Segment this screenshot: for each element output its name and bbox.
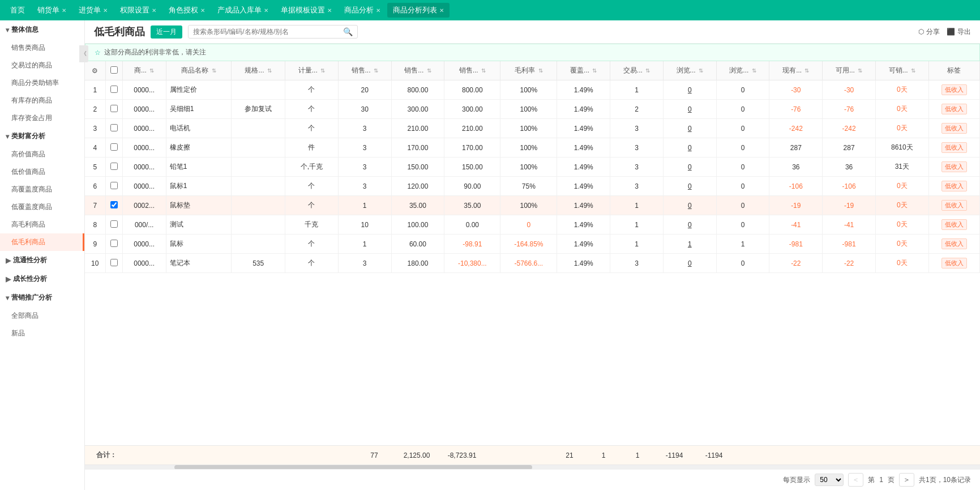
data-table-wrapper[interactable]: ⚙ 商... ⇅ 商品名称 ⇅ 规格... ⇅ 计量... ⇅ 销售... ⇅ … (85, 61, 980, 445)
cell-checkbox[interactable] (105, 80, 122, 100)
nav-permissions-close[interactable]: ✕ (152, 7, 156, 14)
cell-checkbox[interactable] (105, 196, 122, 215)
search-icon[interactable]: 🔍 (343, 27, 353, 36)
cell-browse1[interactable]: 0 (663, 138, 716, 157)
sidebar-group-marketing[interactable]: ▾ 营销推广分析 (0, 288, 84, 307)
nav-product-storage-close[interactable]: ✕ (264, 7, 268, 14)
col-code[interactable]: 商... ⇅ (122, 61, 166, 80)
nav-role-auth-close[interactable]: ✕ (200, 7, 205, 14)
nav-product-analysis-close[interactable]: ✕ (376, 7, 380, 14)
nav-sales-order-close[interactable]: ✕ (62, 7, 66, 14)
col-sales-price[interactable]: 销售... ⇅ (391, 61, 444, 80)
col-saleable[interactable]: 可销... ⇅ (875, 61, 928, 80)
sidebar-item-high-margin[interactable]: 高毛利商品 (0, 216, 84, 233)
cell-browse1[interactable]: 0 (663, 157, 716, 177)
filter-button[interactable]: 近一月 (151, 25, 182, 39)
nav-product-storage[interactable]: 产成品入库单 ✕ (212, 3, 274, 18)
cell-available: -242 (823, 119, 876, 138)
sidebar-item-high-value[interactable]: 高价值商品 (0, 146, 84, 163)
cell-checkbox[interactable] (105, 138, 122, 157)
row-checkbox[interactable] (110, 163, 118, 170)
col-sales-qty[interactable]: 销售... ⇅ (338, 61, 391, 80)
nav-template-settings[interactable]: 单据模板设置 ✕ (275, 3, 337, 18)
nav-template-settings-close[interactable]: ✕ (327, 7, 332, 14)
nav-product-analysis-list-close[interactable]: ✕ (439, 7, 444, 14)
sidebar-item-sales-goods[interactable]: 销售类商品 (0, 39, 84, 57)
cell-browse1[interactable]: 1 (663, 235, 716, 254)
nav-purchase-order-close[interactable]: ✕ (103, 7, 108, 14)
row-checkbox[interactable] (110, 124, 118, 131)
row-checkbox[interactable] (110, 86, 118, 93)
page-size-select[interactable]: 50 100 200 (815, 474, 844, 486)
cell-browse1[interactable]: 0 (663, 177, 716, 196)
sidebar-item-low-margin[interactable]: 低毛利商品 (0, 233, 84, 251)
nav-product-analysis-list[interactable]: 商品分析列表 ✕ (387, 3, 450, 18)
cell-checkbox[interactable] (105, 119, 122, 138)
col-setting[interactable]: ⚙ (85, 61, 105, 80)
col-name[interactable]: 商品名称 ⇅ (166, 61, 232, 80)
col-unit[interactable]: 计量... ⇅ (285, 61, 339, 80)
cell-browse1[interactable]: 0 (663, 215, 716, 235)
col-browse1[interactable]: 浏览... ⇅ (663, 61, 716, 80)
sidebar-group-overall[interactable]: ▾ 整体信息 (0, 20, 84, 39)
nav-product-analysis[interactable]: 商品分析 ✕ (339, 3, 386, 18)
share-button[interactable]: ⬡ 分享 (918, 27, 940, 37)
col-available[interactable]: 可用... ⇅ (823, 61, 876, 80)
cell-checkbox[interactable] (105, 177, 122, 196)
row-checkbox[interactable] (110, 105, 118, 112)
nav-role-auth[interactable]: 角色授权 ✕ (163, 3, 211, 18)
cell-browse1[interactable]: 0 (663, 80, 716, 100)
cell-browse1[interactable]: 0 (663, 119, 716, 138)
cell-tag: 低收入 (928, 119, 979, 138)
next-page-button[interactable]: ＞ (899, 473, 914, 487)
search-input[interactable] (193, 28, 343, 36)
row-checkbox[interactable] (110, 182, 118, 189)
cell-checkbox[interactable] (105, 254, 122, 273)
col-coverage[interactable]: 覆盖... ⇅ (557, 61, 610, 80)
cell-checkbox[interactable] (105, 157, 122, 177)
col-current-stock[interactable]: 现有... ⇅ (769, 61, 823, 80)
cell-checkbox[interactable] (105, 100, 122, 119)
prev-page-button[interactable]: ＜ (848, 473, 863, 487)
sidebar-group-growth[interactable]: ▶ 成长性分析 (0, 270, 84, 288)
nav-home[interactable]: 首页 (5, 3, 31, 18)
cell-browse1[interactable]: 0 (663, 100, 716, 119)
sidebar-item-low-value[interactable]: 低价值商品 (0, 163, 84, 181)
total-info: 共1页，10条记录 (919, 475, 971, 485)
export-button[interactable]: ⬛ 导出 (947, 27, 971, 37)
sidebar-item-new-goods[interactable]: 新品 (0, 325, 84, 342)
sidebar-item-high-coverage[interactable]: 高覆盖度商品 (0, 181, 84, 198)
sidebar-item-capital-usage[interactable]: 库存资金占用 (0, 109, 84, 127)
sidebar-group-liquidity[interactable]: ▶ 流通性分析 (0, 251, 84, 270)
horizontal-scrollbar[interactable] (85, 465, 980, 469)
cell-checkbox[interactable] (105, 215, 122, 235)
col-gross-margin[interactable]: 毛利率 ⇅ (500, 61, 557, 80)
sidebar-item-traded-goods[interactable]: 交易过的商品 (0, 57, 84, 74)
nav-sales-order[interactable]: 销货单 ✕ (32, 3, 72, 18)
sidebar-item-low-coverage[interactable]: 低覆盖度商品 (0, 198, 84, 216)
col-transactions[interactable]: 交易... ⇅ (610, 61, 664, 80)
row-checkbox[interactable] (110, 143, 118, 151)
col-browse2[interactable]: 浏览... ⇅ (716, 61, 769, 80)
sidebar-collapse-button[interactable]: 《 (79, 45, 88, 62)
header-actions: ⬡ 分享 ⬛ 导出 (918, 27, 971, 37)
col-checkbox[interactable] (105, 61, 122, 80)
sidebar-group-wealth[interactable]: ▾ 类财富分析 (0, 127, 84, 146)
row-checkbox[interactable] (110, 259, 118, 266)
sidebar-item-stocked-goods[interactable]: 有库存的商品 (0, 92, 84, 109)
nav-purchase-order[interactable]: 进货单 ✕ (73, 3, 113, 18)
row-checkbox[interactable] (110, 240, 118, 247)
cell-browse2: 0 (716, 196, 769, 215)
cell-checkbox[interactable] (105, 235, 122, 254)
col-spec[interactable]: 规格... ⇅ (232, 61, 285, 80)
nav-permissions[interactable]: 权限设置 ✕ (114, 3, 162, 18)
sidebar-item-all-goods[interactable]: 全部商品 (0, 307, 84, 325)
col-sales-profit[interactable]: 销售... ⇅ (444, 61, 500, 80)
table-row: 5 0000... 铅笔1 个,千克 3 150.00 150.00 100% … (85, 157, 980, 177)
row-checkbox[interactable] (110, 220, 118, 228)
sidebar-item-category-rate[interactable]: 商品分类助销率 (0, 74, 84, 92)
select-all-checkbox[interactable] (110, 66, 118, 74)
cell-browse1[interactable]: 0 (663, 254, 716, 273)
row-checkbox[interactable] (110, 201, 118, 208)
cell-browse1[interactable]: 0 (663, 196, 716, 215)
